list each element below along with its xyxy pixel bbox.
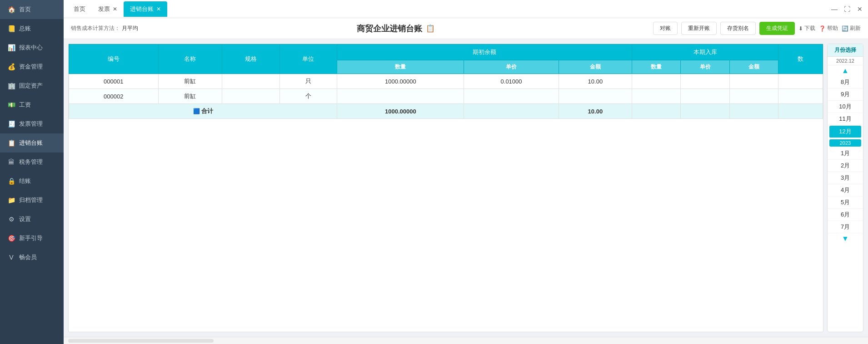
page-title: 商贸企业进销台账 <box>357 23 422 34</box>
cell-in-amount <box>729 74 778 89</box>
generate-voucher-button[interactable]: 生成凭证 <box>759 22 795 35</box>
total-label: 🟦合计 <box>69 104 337 119</box>
archive-icon: 📁 <box>7 196 15 204</box>
month-item-12月[interactable]: 12月 <box>829 126 861 138</box>
page-title-center: 商贸企业进销台账 📋 <box>138 23 653 34</box>
month-item-4月[interactable]: 4月 <box>828 184 863 197</box>
title-icon: 📋 <box>426 24 435 33</box>
total-ob-price <box>464 104 559 119</box>
ledger-icon: 📒 <box>7 25 15 33</box>
save-alias-button[interactable]: 存货别名 <box>720 22 756 35</box>
sidebar-item-guide[interactable]: 🎯新手引导 <box>0 229 64 248</box>
month-panel-title: 月份选择 <box>828 44 863 57</box>
sidebar-item-finance[interactable]: 💰资金管理 <box>0 57 64 76</box>
sidebar-item-home[interactable]: 🏠首页 <box>0 0 64 19</box>
month-item-11月[interactable]: 11月 <box>828 113 863 125</box>
scroll-track[interactable] <box>68 339 214 343</box>
close-icon: 🔒 <box>7 177 15 185</box>
sub-col-ob-price: 单价 <box>464 60 559 74</box>
col-opening-balance: 期初余额 <box>337 44 632 60</box>
cell-ob-qty: 1000.00000 <box>337 74 464 89</box>
sidebar-item-ledger[interactable]: 📒总账 <box>0 19 64 38</box>
month-item-6月[interactable]: 6月 <box>828 209 863 221</box>
help-icon: ❓ <box>819 25 826 32</box>
month-item-7月[interactable]: 7月 <box>828 221 863 233</box>
tabs-bar: 首页发票✕进销台账✕ — ⛶ ✕ <box>64 0 868 18</box>
cell-ob-price: 0.01000 <box>464 74 559 89</box>
sidebar-item-close[interactable]: 🔒结账 <box>0 172 64 191</box>
sidebar-label-home: 首页 <box>19 5 31 14</box>
close-button[interactable]: ✕ <box>855 5 864 14</box>
table-header-row: 编号 名称 规格 单位 期初余额 本期入库 数 <box>69 44 823 60</box>
sidebar-item-vip[interactable]: V畅会员 <box>0 248 64 267</box>
col-more: 数 <box>778 44 823 74</box>
assets-icon: 🏢 <box>7 82 15 90</box>
reopen-button[interactable]: 重新开账 <box>681 22 717 35</box>
sidebar-label-vip: 畅会员 <box>19 253 37 261</box>
download-button[interactable]: ⬇ 下载 <box>798 25 815 32</box>
sidebar-item-payroll[interactable]: 💵工资 <box>0 95 64 114</box>
refresh-button[interactable]: 🔄 刷新 <box>842 25 861 32</box>
sub-col-ob-qty: 数量 <box>337 60 464 74</box>
sub-col-in-amount: 金额 <box>729 60 778 74</box>
toolbar-buttons: 对账 重新开账 存货别名 生成凭证 ⬇ 下载 ❓ 帮助 🔄 刷新 <box>653 22 861 35</box>
col-spec: 规格 <box>222 44 279 74</box>
table-row[interactable]: 000001 前缸 只 1000.00000 0.01000 10.00 <box>69 74 823 89</box>
tab-invoice[interactable]: 发票✕ <box>92 1 124 17</box>
cell-code: 000001 <box>69 74 159 89</box>
sidebar-item-reports[interactable]: 📊报表中心 <box>0 38 64 57</box>
total-in-qty <box>632 104 681 119</box>
month-scroll-down[interactable]: ▼ <box>828 233 863 244</box>
main-table-area[interactable]: 编号 名称 规格 单位 期初余额 本期入库 数 数量 单价 金额 数 <box>68 44 823 332</box>
tab-close-purchase-sale[interactable]: ✕ <box>156 6 161 12</box>
sidebar-item-purchase-sale[interactable]: 📋进销台账 <box>0 133 64 152</box>
maximize-button[interactable]: ⛶ <box>843 5 852 14</box>
tab-home[interactable]: 首页 <box>67 1 92 17</box>
cost-method-value: 月平均 <box>122 25 138 32</box>
tab-purchase-sale[interactable]: 进销台账✕ <box>124 1 167 17</box>
table-body: 000001 前缸 只 1000.00000 0.01000 10.00 000… <box>69 74 823 119</box>
cell-ob-amount: 10.00 <box>559 74 632 89</box>
month-scroll-up[interactable]: ▲ <box>828 65 863 76</box>
cell-spec <box>222 89 279 104</box>
total-in-amount <box>729 104 778 119</box>
cell-name: 前缸 <box>158 89 222 104</box>
month-panel[interactable]: 月份选择 2022.12 ▲ 8月9月10月11月12月20231月2月3月4月… <box>827 44 863 332</box>
month-item-10月[interactable]: 10月 <box>828 101 863 113</box>
main-area: 首页发票✕进销台账✕ — ⛶ ✕ 销售成本计算方法： 月平均 商贸企业进销台账 … <box>64 0 868 344</box>
tab-label-home: 首页 <box>74 5 85 13</box>
help-button[interactable]: ❓ 帮助 <box>819 25 838 32</box>
finance-icon: 💰 <box>7 63 15 71</box>
sidebar-label-settings: 设置 <box>19 215 31 223</box>
month-item-9月[interactable]: 9月 <box>828 88 863 101</box>
invoice-mgmt-icon: 🧾 <box>7 120 15 128</box>
sidebar-label-purchase-sale: 进销台账 <box>19 139 43 147</box>
total-more <box>778 104 823 119</box>
table-row[interactable]: 000002 前缸 个 <box>69 89 823 104</box>
cost-method-label: 销售成本计算方法： <box>71 25 120 32</box>
sidebar-item-settings[interactable]: ⚙设置 <box>0 210 64 229</box>
cell-more <box>778 89 823 104</box>
cell-name: 前缸 <box>158 74 222 89</box>
minimize-button[interactable]: — <box>830 5 839 14</box>
cell-ob-qty <box>337 89 464 104</box>
col-name: 名称 <box>158 44 222 74</box>
total-row: 🟦合计 1000.00000 10.00 <box>69 104 823 119</box>
settings-icon: ⚙ <box>7 215 15 223</box>
sidebar-item-tax[interactable]: 🏛税务管理 <box>0 152 64 172</box>
year-2023-badge: 2023 <box>829 139 861 147</box>
cell-spec <box>222 74 279 89</box>
month-item-8月[interactable]: 8月 <box>828 76 863 88</box>
reconcile-button[interactable]: 对账 <box>653 22 678 35</box>
month-item-5月[interactable]: 5月 <box>828 197 863 209</box>
month-item-1月[interactable]: 1月 <box>828 147 863 160</box>
month-item-2月[interactable]: 2月 <box>828 160 863 172</box>
col-unit: 单位 <box>279 44 337 74</box>
sidebar-item-assets[interactable]: 🏢固定资产 <box>0 76 64 95</box>
tab-close-invoice[interactable]: ✕ <box>113 6 117 12</box>
tab-label-purchase-sale: 进销台账 <box>130 5 154 13</box>
sidebar-item-invoice-mgmt[interactable]: 🧾发票管理 <box>0 114 64 133</box>
month-item-3月[interactable]: 3月 <box>828 172 863 184</box>
sidebar-label-tax: 税务管理 <box>19 158 43 166</box>
sidebar-item-archive[interactable]: 📁归档管理 <box>0 191 64 210</box>
